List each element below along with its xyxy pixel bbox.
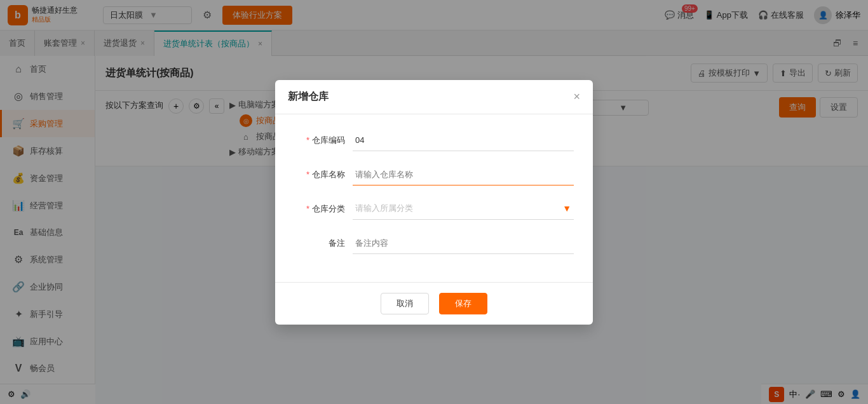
category-placeholder: 请输入所属分类 <box>355 203 413 214</box>
cancel-button[interactable]: 取消 <box>381 293 429 314</box>
category-dropdown-arrow: ▼ <box>562 203 571 213</box>
modal-header: 新增仓库 × <box>275 80 593 114</box>
save-button[interactable]: 保存 <box>439 293 487 314</box>
code-label: 仓库编码 <box>294 135 345 146</box>
modal-title: 新增仓库 <box>288 90 329 104</box>
remark-input[interactable] <box>353 232 574 254</box>
code-input[interactable] <box>353 130 574 151</box>
name-label: 仓库名称 <box>294 169 345 180</box>
remark-label: 备注 <box>294 238 345 249</box>
modal-overlay: 新增仓库 × 仓库编码 仓库名称 仓库分类 请输入所属分类 ▼ <box>0 0 868 404</box>
form-row-code: 仓库编码 <box>294 130 574 151</box>
category-label: 仓库分类 <box>294 203 345 215</box>
modal-close-button[interactable]: × <box>573 90 580 104</box>
form-row-category: 仓库分类 请输入所属分类 ▼ <box>294 198 574 220</box>
name-input[interactable] <box>353 164 574 185</box>
modal-footer: 取消 保存 <box>275 282 593 325</box>
form-row-name: 仓库名称 <box>294 164 574 185</box>
form-row-remark: 备注 <box>294 232 574 254</box>
category-select[interactable]: 请输入所属分类 ▼ <box>353 198 574 220</box>
new-warehouse-modal: 新增仓库 × 仓库编码 仓库名称 仓库分类 请输入所属分类 ▼ <box>275 80 593 325</box>
modal-body: 仓库编码 仓库名称 仓库分类 请输入所属分类 ▼ 备注 <box>275 114 593 282</box>
